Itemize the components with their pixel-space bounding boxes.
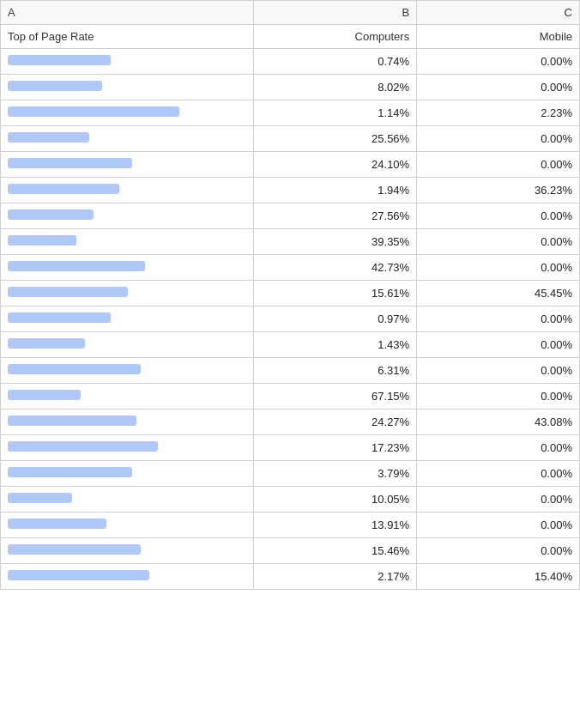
table-row[interactable]: 6.31%0.00% — [1, 358, 580, 384]
table-row[interactable]: 3.79%0.00% — [1, 461, 580, 487]
cell-mobile-value: 0.00% — [417, 487, 580, 513]
table-row[interactable]: 27.56%0.00% — [1, 203, 580, 229]
cell-mobile-value: 0.00% — [417, 229, 580, 255]
table-row[interactable]: 17.23%0.00% — [1, 435, 580, 461]
cell-mobile-value: 0.00% — [417, 513, 580, 538]
cell-computers-value: 24.27% — [254, 410, 417, 435]
cell-url — [1, 384, 254, 410]
table-row[interactable]: 25.56%0.00% — [1, 126, 580, 152]
cell-mobile-value: 0.00% — [417, 255, 580, 281]
cell-url — [1, 358, 254, 384]
cell-computers-value: 42.73% — [254, 255, 417, 281]
cell-computers-value: 1.94% — [254, 178, 417, 203]
cell-url — [1, 487, 254, 513]
cell-mobile-value: 2.23% — [417, 100, 580, 126]
cell-mobile-value: 0.00% — [417, 435, 580, 461]
table-row[interactable]: 39.35%0.00% — [1, 229, 580, 255]
cell-computers-value: 3.79% — [254, 461, 417, 487]
cell-url — [1, 564, 254, 590]
cell-url — [1, 306, 254, 332]
spreadsheet-table: A B C Top of Page Rate Computers Mobile … — [0, 0, 580, 590]
cell-computers-value: 10.05% — [254, 487, 417, 513]
cell-url — [1, 461, 254, 487]
table-row[interactable]: 42.73%0.00% — [1, 255, 580, 281]
table-row[interactable]: 24.27%43.08% — [1, 410, 580, 435]
cell-computers-value: 6.31% — [254, 358, 417, 384]
cell-mobile-value: 0.00% — [417, 384, 580, 410]
cell-url — [1, 255, 254, 281]
table-row[interactable]: 2.17%15.40% — [1, 564, 580, 590]
cell-computers-value: 0.74% — [254, 49, 417, 75]
cell-computers-value: 27.56% — [254, 203, 417, 229]
cell-url — [1, 410, 254, 435]
column-header-b[interactable]: B — [254, 1, 417, 25]
cell-computers-value: 2.17% — [254, 564, 417, 590]
cell-computers-value: 15.61% — [254, 281, 417, 306]
cell-computers-value: 1.14% — [254, 100, 417, 126]
cell-url — [1, 100, 254, 126]
cell-computers-value: 17.23% — [254, 435, 417, 461]
header-top-of-page-rate: Top of Page Rate — [1, 25, 254, 49]
cell-mobile-value: 36.23% — [417, 178, 580, 203]
cell-url — [1, 229, 254, 255]
cell-mobile-value: 15.40% — [417, 564, 580, 590]
table-row[interactable]: 8.02%0.00% — [1, 75, 580, 100]
cell-url — [1, 332, 254, 358]
table-row[interactable]: 67.15%0.00% — [1, 384, 580, 410]
cell-url — [1, 152, 254, 178]
cell-computers-value: 67.15% — [254, 384, 417, 410]
table-row[interactable]: 10.05%0.00% — [1, 487, 580, 513]
cell-mobile-value: 0.00% — [417, 538, 580, 564]
table-row[interactable]: 0.74%0.00% — [1, 49, 580, 75]
cell-computers-value: 25.56% — [254, 126, 417, 152]
cell-mobile-value: 0.00% — [417, 152, 580, 178]
table-row[interactable]: 15.46%0.00% — [1, 538, 580, 564]
cell-url — [1, 538, 254, 564]
cell-computers-value: 13.91% — [254, 513, 417, 538]
cell-computers-value: 0.97% — [254, 306, 417, 332]
table-row[interactable]: 24.10%0.00% — [1, 152, 580, 178]
cell-computers-value: 24.10% — [254, 152, 417, 178]
cell-computers-value: 1.43% — [254, 332, 417, 358]
header-computers: Computers — [254, 25, 417, 49]
cell-computers-value: 15.46% — [254, 538, 417, 564]
cell-mobile-value: 43.08% — [417, 410, 580, 435]
table-row[interactable]: 0.97%0.00% — [1, 306, 580, 332]
table-row[interactable]: 1.94%36.23% — [1, 178, 580, 203]
cell-computers-value: 8.02% — [254, 75, 417, 100]
cell-mobile-value: 0.00% — [417, 358, 580, 384]
cell-mobile-value: 0.00% — [417, 332, 580, 358]
cell-url — [1, 513, 254, 538]
cell-mobile-value: 0.00% — [417, 126, 580, 152]
cell-url — [1, 203, 254, 229]
cell-mobile-value: 0.00% — [417, 461, 580, 487]
table-row[interactable]: 15.61%45.45% — [1, 281, 580, 306]
table-row[interactable]: 1.43%0.00% — [1, 332, 580, 358]
table-row[interactable]: 13.91%0.00% — [1, 513, 580, 538]
column-header-c[interactable]: C — [417, 1, 580, 25]
cell-url — [1, 435, 254, 461]
cell-url — [1, 178, 254, 203]
cell-computers-value: 39.35% — [254, 229, 417, 255]
cell-mobile-value: 0.00% — [417, 75, 580, 100]
cell-mobile-value: 0.00% — [417, 203, 580, 229]
cell-url — [1, 126, 254, 152]
table-row[interactable]: 1.14%2.23% — [1, 100, 580, 126]
cell-url — [1, 49, 254, 75]
cell-mobile-value: 0.00% — [417, 306, 580, 332]
cell-mobile-value: 45.45% — [417, 281, 580, 306]
header-mobile: Mobile — [417, 25, 580, 49]
column-header-a[interactable]: A — [1, 1, 254, 25]
cell-url — [1, 281, 254, 306]
cell-mobile-value: 0.00% — [417, 49, 580, 75]
cell-url — [1, 75, 254, 100]
